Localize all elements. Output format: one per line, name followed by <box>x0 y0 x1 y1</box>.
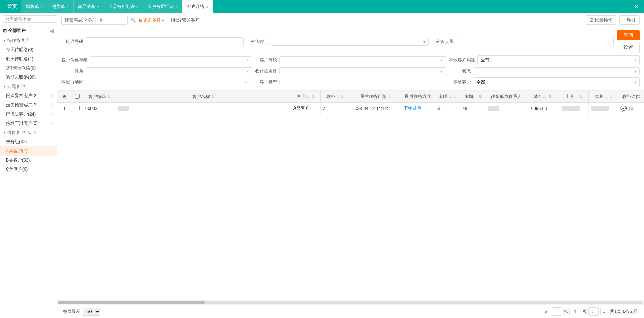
payment-arrow: ▾ <box>441 69 443 73</box>
col-last-contact-date[interactable]: 最后联络日期 ⇅ <box>350 91 401 103</box>
my-customers-checkbox[interactable] <box>167 18 172 22</box>
settings-button[interactable]: 设置 <box>617 42 640 53</box>
select-all-checkbox[interactable] <box>75 94 80 99</box>
col-checkbox[interactable] <box>72 91 83 103</box>
prev-page-btn[interactable]: 〈 <box>552 307 562 316</box>
next-page-btn[interactable]: 〉 <box>588 307 599 316</box>
sort-unlinked-icon: ⇅ <box>453 95 456 99</box>
refresh-icon[interactable]: ↻ <box>28 130 31 135</box>
nav-tab-purchase[interactable]: 进货单 × <box>47 0 74 13</box>
col-contact-person[interactable]: 往来单位联系人 <box>486 91 526 103</box>
info-icon-repurchase: ⓘ <box>50 93 54 99</box>
close-customer-tier-tab[interactable]: × <box>175 5 178 9</box>
filter-row-1: 电话号码 分管部门 ▾ 分管人员 ··· 查询 设置 <box>61 30 640 53</box>
sidebar-item-7days[interactable]: 近7天待联络(0) <box>0 64 57 73</box>
nav-tab-sales[interactable]: 销售单 × <box>21 0 47 13</box>
filter-more-btn[interactable]: ⊞ 更多条件 ▾ <box>139 17 164 23</box>
sidebar-item-churned[interactable]: 已流失客户(24) ⓘ <box>0 110 57 119</box>
col-overdue[interactable]: 逾期... ⇅ <box>460 91 486 103</box>
action-buttons: 查询 设置 <box>617 30 640 53</box>
sidebar-item-overdue[interactable]: 逾期未联络(30) <box>0 73 57 82</box>
table-area: ⚙ 客户编码 ⇅ 客户名称 ⇅ <box>57 91 644 300</box>
status-select[interactable]: ▾ <box>473 67 640 75</box>
sidebar-item-c-class[interactable]: C类客户(6) <box>0 165 57 174</box>
status-label: 状态 <box>449 68 471 74</box>
query-button[interactable]: 查询 <box>617 30 640 40</box>
page-input[interactable] <box>569 308 581 315</box>
retail-customer-arrow: ▾ <box>634 80 636 84</box>
horizontal-scrollbar[interactable] <box>57 300 644 305</box>
grid-action-icon[interactable]: ⊞ <box>629 106 633 112</box>
first-page-btn[interactable]: « <box>542 308 550 315</box>
payment-select[interactable]: ▾ <box>279 67 446 75</box>
chat-action-icon[interactable]: 💬 <box>620 106 627 112</box>
sidebar-item-declining[interactable]: 持续下滑客户(2) ⓘ <box>0 119 57 128</box>
col-this-month[interactable]: 本月... ⇅ <box>589 91 618 103</box>
last-page-btn[interactable]: » <box>600 308 609 315</box>
col-contact-count[interactable]: 联络... ⇅ <box>321 91 350 103</box>
page-label: 第 <box>564 308 568 315</box>
sidebar-item-b-class[interactable]: B类客户(33) <box>0 156 57 165</box>
close-analysis-list-tab[interactable]: × <box>136 5 139 9</box>
col-last-month[interactable]: 上月... ⇅ <box>559 91 589 103</box>
scrollbar-thumb[interactable] <box>58 301 205 304</box>
gender-select[interactable]: ▾ <box>86 67 252 75</box>
page-size-select[interactable]: 50 <box>83 308 100 316</box>
filter-search-input[interactable] <box>61 16 128 25</box>
sidebar-item-a-class[interactable]: A类客户(1) <box>0 146 57 156</box>
col-this-year[interactable]: 本年... ⇅ <box>526 91 559 103</box>
phone-input[interactable] <box>86 37 244 46</box>
person-select[interactable]: ··· <box>456 37 614 46</box>
col-customer-name[interactable]: 客户名称 ⇅ <box>116 91 291 103</box>
retail-customer-select[interactable]: 全部 ▾ <box>473 77 640 87</box>
sidebar-item-repurchase[interactable]: 回购异常客户(2) ⓘ <box>0 91 57 100</box>
collapse-sidebar-btn[interactable]: ◀ <box>50 28 54 34</box>
row-checkbox-cell[interactable] <box>72 103 83 114</box>
sidebar-item-churn-warning[interactable]: 流失预警客户(3) ⓘ <box>0 100 57 110</box>
row-last-method[interactable]: 下销货单 <box>401 103 434 114</box>
my-customers-checkbox-area[interactable]: 我分管的客户 <box>167 17 200 23</box>
col-last-contact-method[interactable]: 最后联络方式 <box>401 91 434 103</box>
customer-type-select[interactable] <box>279 81 446 84</box>
filter-row-3: 性质 ▾ 收付款条件 ▾ 状态 ▾ <box>61 67 640 75</box>
sidebar-item-today[interactable]: 今天待联络(0) <box>0 45 57 54</box>
export-button[interactable]: ↑ 导出 <box>619 15 640 25</box>
col-action: 联络动作 <box>618 91 644 103</box>
col-customer-code[interactable]: 客户编码 ⇅ <box>83 91 116 103</box>
col-customer-type[interactable]: 客户... ⇅ <box>291 91 321 103</box>
nav-home[interactable]: 首页 <box>3 0 21 13</box>
nav-tab-customer-tier[interactable]: 客户分层经营 × <box>143 0 182 13</box>
nav-tab-analysis[interactable]: 商品分析 × <box>74 0 104 13</box>
last-method-link[interactable]: 下销货单 <box>404 106 421 111</box>
status-arrow: ▾ <box>634 69 636 73</box>
price-grade-select[interactable]: ▾ <box>90 56 252 64</box>
sidebar-item-ungrouped[interactable]: 未分组(32) <box>0 137 57 146</box>
footer-bar: 每页显示 50 « 〈 第 页 〉 » 共1页 1条记录 <box>57 305 644 318</box>
nav-tab-customer-contact[interactable]: 客户联络 × <box>182 0 213 13</box>
info-icon-declining: ⓘ <box>50 121 54 126</box>
region-select[interactable]: ··· <box>90 78 252 87</box>
sidebar-item-tomorrow[interactable]: 明天待联络(1) <box>0 54 57 64</box>
close-all-button[interactable]: × <box>632 3 641 10</box>
batch-op-button[interactable]: ☑ 批量操作 <box>586 15 616 25</box>
close-customer-contact-tab[interactable]: × <box>206 5 208 9</box>
row-name[interactable] <box>116 103 291 114</box>
nav-tab-analysis-list[interactable]: 商品分析列表 × <box>104 0 143 13</box>
close-analysis-tab[interactable]: × <box>97 5 99 9</box>
close-purchase-tab[interactable]: × <box>67 5 69 9</box>
col-unlinked-days[interactable]: 未联... ⇅ <box>434 91 460 103</box>
row-checkbox[interactable] <box>75 106 80 110</box>
close-sales-tab[interactable]: × <box>40 5 43 9</box>
retail-prop-select[interactable]: 全部 ▾ <box>477 55 640 65</box>
edit-groups-icon[interactable]: ✎ <box>33 130 37 135</box>
sidebar-search-input[interactable] <box>3 15 57 23</box>
customer-type-label: 客户类型 <box>255 79 277 85</box>
sort-code-icon: ⇅ <box>108 95 111 99</box>
col-settings[interactable]: ⚙ <box>57 91 72 103</box>
filter-search-icon[interactable]: 🔍 <box>130 18 136 23</box>
phone-label: 电话号码 <box>61 39 83 45</box>
gender-field: 性质 ▾ <box>61 67 252 75</box>
customer-grade-select[interactable]: ▾ <box>279 56 446 64</box>
thismo-placeholder <box>591 106 609 111</box>
dept-select[interactable]: ▾ <box>271 38 429 46</box>
